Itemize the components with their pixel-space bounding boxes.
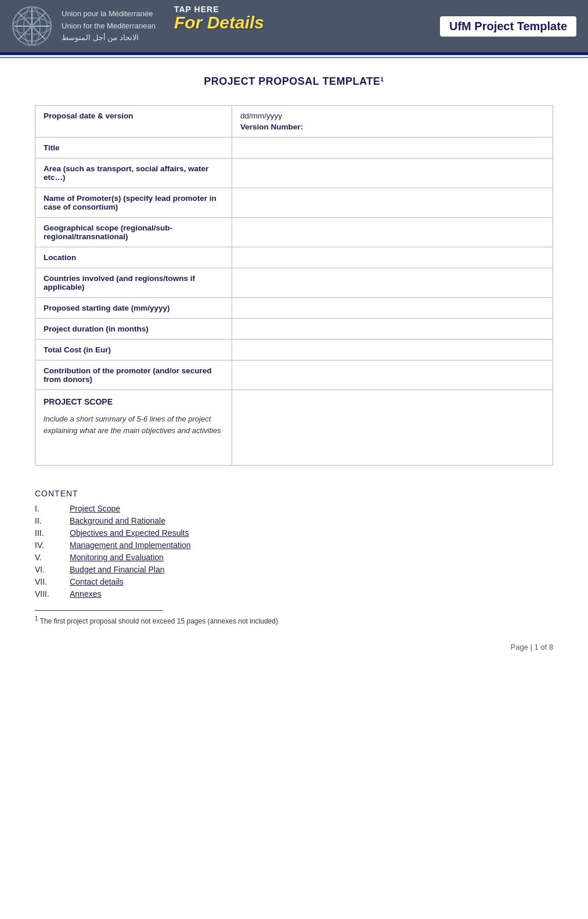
row-value [232, 340, 553, 361]
org-line3: الاتحاد من أجل المتوسط [62, 32, 156, 44]
content-link-annexes[interactable]: Annexes [70, 589, 101, 599]
content-link-management[interactable]: Management and Implementation [70, 540, 191, 550]
table-row: Project duration (in months) [35, 319, 553, 340]
list-numeral: II. [35, 516, 70, 525]
content-link-contact[interactable]: Contact details [70, 577, 124, 586]
footnote: 1 The first project proposal should not … [35, 615, 553, 625]
row-value [232, 268, 553, 298]
content-link-objectives[interactable]: Objectives and Expected Results [70, 528, 189, 538]
list-numeral: VII. [35, 577, 70, 586]
list-item: III. Objectives and Expected Results [35, 528, 553, 538]
table-row: Title [35, 138, 553, 158]
row-value [232, 361, 553, 390]
row-value [232, 218, 553, 247]
row-label: Name of Promoter(s) (specify lead promot… [35, 188, 232, 218]
list-item: II. Background and Rationale [35, 516, 553, 525]
row-value [232, 319, 553, 340]
row-value [232, 247, 553, 268]
table-row: Total Cost (in Eur) [35, 340, 553, 361]
table-row: Geographical scope (regional/sub-regiona… [35, 218, 553, 247]
content-link-monitoring[interactable]: Monitoring and Evaluation [70, 553, 164, 562]
table-row: Area (such as transport, social affairs,… [35, 158, 553, 188]
list-item: VII. Contact details [35, 577, 553, 586]
content-link-budget[interactable]: Budget and Financial Plan [70, 565, 164, 574]
scope-value-cell [232, 390, 553, 466]
list-numeral: I. [35, 504, 70, 513]
row-label: Total Cost (in Eur) [35, 340, 232, 361]
content-list: I. Project Scope II. Background and Rati… [35, 504, 553, 599]
scope-label-cell: PROJECT SCOPE Include a short summary of… [35, 390, 232, 466]
table-row-scope: PROJECT SCOPE Include a short summary of… [35, 390, 553, 466]
content-heading: CONTENT [35, 489, 553, 498]
list-item: VI. Budget and Financial Plan [35, 565, 553, 574]
list-numeral: VIII. [35, 589, 70, 599]
list-item: IV. Management and Implementation [35, 540, 553, 550]
page-header: Union pour la Méditerranée Union for the… [0, 0, 588, 52]
row-label: Area (such as transport, social affairs,… [35, 158, 232, 188]
header-org-text: Union pour la Méditerranée Union for the… [62, 8, 156, 44]
table-row: Location [35, 247, 553, 268]
row-value: dd/mm/yyyy Version Number: [232, 106, 553, 138]
table-row: Proposed starting date (mm/yyyy) [35, 298, 553, 319]
list-numeral: IV. [35, 540, 70, 550]
content-section: CONTENT I. Project Scope II. Background … [35, 489, 553, 599]
org-line1: Union pour la Méditerranée [62, 8, 156, 20]
row-label: Location [35, 247, 232, 268]
list-item: V. Monitoring and Evaluation [35, 553, 553, 562]
row-value [232, 298, 553, 319]
header-title: UfM Project Template [440, 16, 576, 37]
main-content: PROJECT PROPOSAL TEMPLATE¹ Proposal date… [0, 58, 588, 675]
list-numeral: V. [35, 553, 70, 562]
list-numeral: III. [35, 528, 70, 538]
table-row: Name of Promoter(s) (specify lead promot… [35, 188, 553, 218]
row-label: Countries involved (and regions/towns if… [35, 268, 232, 298]
table-row: Countries involved (and regions/towns if… [35, 268, 553, 298]
row-value [232, 158, 553, 188]
proposal-table: Proposal date & version dd/mm/yyyy Versi… [35, 105, 553, 466]
page-title: PROJECT PROPOSAL TEMPLATE¹ [35, 75, 553, 88]
row-label: Contribution of the promoter (and/or sec… [35, 361, 232, 390]
footnote-divider [35, 610, 163, 611]
tap-here-bottom-text: For Details [174, 14, 264, 31]
row-label: Proposed starting date (mm/yyyy) [35, 298, 232, 319]
list-item: VIII. Annexes [35, 589, 553, 599]
page-number: Page | 1 of 8 [35, 643, 553, 651]
row-value [232, 188, 553, 218]
list-numeral: VI. [35, 565, 70, 574]
svg-point-8 [30, 24, 34, 28]
list-item: I. Project Scope [35, 504, 553, 513]
row-label: Geographical scope (regional/sub-regiona… [35, 218, 232, 247]
row-label: Project duration (in months) [35, 319, 232, 340]
ufm-logo [12, 6, 52, 46]
table-row: Proposal date & version dd/mm/yyyy Versi… [35, 106, 553, 138]
content-link-project-scope[interactable]: Project Scope [70, 504, 120, 513]
row-label: Proposal date & version [35, 106, 232, 138]
content-link-background[interactable]: Background and Rationale [70, 516, 165, 525]
org-line2: Union for the Mediterranean [62, 20, 156, 33]
row-label: Title [35, 138, 232, 158]
tap-here-badge[interactable]: TAP HERE For Details [174, 5, 264, 31]
row-value [232, 138, 553, 158]
blue-line-thick [0, 52, 588, 55]
table-row: Contribution of the promoter (and/or sec… [35, 361, 553, 390]
